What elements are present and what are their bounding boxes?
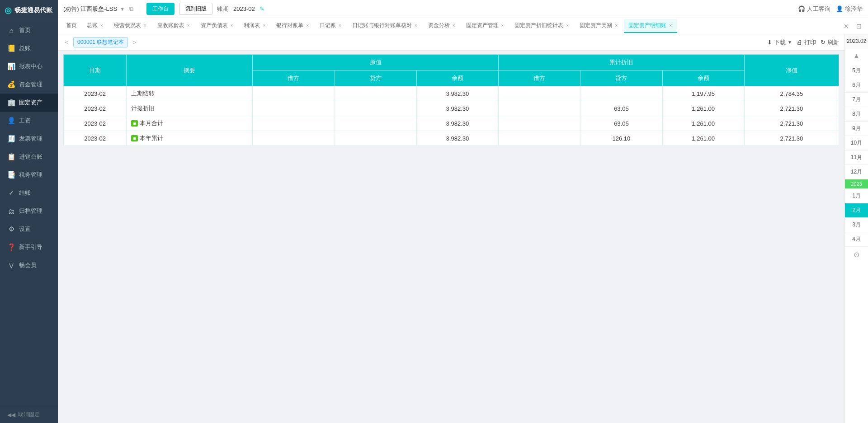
sidebar-item-税务管理[interactable]: 📑税务管理 [0, 166, 58, 184]
download-icon: ⬇ [767, 39, 772, 46]
sidebar-item-报表中心[interactable]: 📊报表中心 [0, 57, 58, 75]
sidebar-icon-13: V [7, 262, 15, 269]
sidebar-icon-4: 🏢 [7, 99, 15, 107]
download-button[interactable]: ⬇ 下载 ▼ [767, 38, 792, 47]
sidebar-item-归档管理[interactable]: 🗂归档管理 [0, 202, 58, 220]
month-item-11[interactable]: 11月 [845, 150, 868, 165]
tab-close-3[interactable]: × [186, 23, 191, 28]
tab-close-13[interactable]: × [668, 23, 673, 28]
scroll-down-icon[interactable]: ⊙ [850, 247, 863, 263]
cell-net-value-1: 2,721.30 [744, 101, 839, 116]
tab-close-1[interactable]: × [99, 23, 104, 28]
sidebar-icon-5: 👤 [7, 117, 15, 125]
human-service[interactable]: 🎧 人工客询 [798, 5, 830, 13]
tab-4[interactable]: 资产负债表× [196, 19, 239, 33]
tab-3[interactable]: 应收账龄表× [153, 19, 195, 33]
maximize-icon[interactable]: ⊡ [854, 21, 864, 32]
tab-close-9[interactable]: × [452, 23, 456, 28]
download-label: 下载 [774, 38, 786, 47]
print-button[interactable]: 🖨 打印 [797, 38, 816, 47]
tab-close-6[interactable]: × [305, 23, 310, 28]
header-orig-credit: 贷方 [335, 70, 416, 86]
cell-orig-credit-2 [335, 116, 416, 131]
month-item-2-active[interactable]: 2月 [845, 203, 868, 218]
user-info[interactable]: 👤 徐泾华 [836, 5, 863, 13]
tab-0[interactable]: 首页 [61, 19, 81, 33]
cell-summary-1: 计提折旧 [127, 101, 253, 116]
scroll-up-icon[interactable]: ▲ [849, 48, 864, 64]
month-item-8[interactable]: 8月 [845, 107, 868, 122]
sidebar-item-总账[interactable]: 📒总账 [0, 39, 58, 57]
copy-icon[interactable]: ⧉ [129, 5, 133, 13]
tab-12[interactable]: 固定资产类别× [575, 19, 623, 33]
month-item-1[interactable]: 1月 [845, 189, 868, 203]
tab-1[interactable]: 总账× [82, 19, 108, 33]
sidebar-label-9: 结账 [19, 189, 31, 197]
sidebar-label-13: 畅会员 [19, 261, 37, 269]
month-item-9[interactable]: 9月 [845, 122, 868, 136]
sidebar-item-首页[interactable]: ⌂首页 [0, 21, 58, 39]
cell-date-0: 2023-02 [64, 86, 127, 101]
tab-10[interactable]: 固定资产管理× [462, 19, 509, 33]
month-item-10[interactable]: 10月 [845, 136, 868, 150]
sidebar-item-固定资产[interactable]: 🏢固定资产 [0, 94, 58, 112]
subnav-back-arrow[interactable]: ＜ [63, 38, 70, 47]
tab-close-11[interactable]: × [565, 23, 570, 28]
sidebar-item-结账[interactable]: ✓结账 [0, 184, 58, 202]
right-panel-year-header: 2023.02 [845, 34, 868, 48]
sidebar-item-工资[interactable]: 👤工资 [0, 112, 58, 130]
tab-6[interactable]: 银行对账单× [272, 19, 314, 33]
period-edit-icon[interactable]: ✎ [259, 5, 264, 12]
company-selector[interactable]: (劝告) 江西服垒-LSS ▼ [63, 5, 125, 13]
tab-7[interactable]: 日记账× [315, 19, 347, 33]
asset-tag[interactable]: 000001 联想笔记本 [73, 37, 128, 47]
tab-9[interactable]: 资金分析× [424, 19, 461, 33]
workbench-button[interactable]: 工作台 [146, 3, 175, 15]
tab-close-12[interactable]: × [614, 23, 618, 28]
subnav-actions: ⬇ 下载 ▼ 🖨 打印 ↻ 刷新 [767, 38, 839, 47]
header-net-value: 净值 [744, 55, 839, 86]
sidebar-pin[interactable]: ◀◀ 取消固定 [0, 406, 58, 423]
sidebar-item-设置[interactable]: ⚙设置 [0, 220, 58, 238]
cell-dep-credit-2: 63.05 [580, 116, 662, 131]
tab-label-1: 总账 [87, 22, 98, 29]
cell-dep-balance-0: 1,197.95 [662, 86, 744, 101]
sidebar-item-资金管理[interactable]: 💰资金管理 [0, 75, 58, 94]
switch-version-button[interactable]: 切到旧版 [179, 3, 212, 15]
month-item-3[interactable]: 3月 [845, 218, 868, 232]
sidebar-item-发票管理[interactable]: 🧾发票管理 [0, 130, 58, 148]
sidebar-nav: ⌂首页📒总账📊报表中心💰资金管理🏢固定资产👤工资🧾发票管理📋进销台账📑税务管理✓… [0, 21, 58, 406]
tab-close-2[interactable]: × [143, 23, 147, 28]
refresh-button[interactable]: ↻ 刷新 [821, 38, 839, 47]
sidebar-item-新手引导[interactable]: ❓新手引导 [0, 238, 58, 256]
tab-close-5[interactable]: × [262, 23, 266, 28]
tab-5[interactable]: 利润表× [239, 19, 271, 33]
cell-dep-debit-0 [499, 86, 580, 101]
tab-label-11: 固定资产折旧统计表 [514, 22, 563, 29]
tab-close-7[interactable]: × [338, 23, 342, 28]
month-item-6[interactable]: 6月 [845, 78, 868, 93]
month-item-12[interactable]: 12月 [845, 165, 868, 179]
tab-13[interactable]: 固定资产明细账× [624, 19, 677, 33]
month-item-5[interactable]: 5月 [845, 64, 868, 78]
tab-2[interactable]: 经营状况表× [109, 19, 152, 33]
month-item-4[interactable]: 4月 [845, 232, 868, 247]
user-name: 徐泾华 [845, 5, 863, 13]
sidebar-item-进销台账[interactable]: 📋进销台账 [0, 148, 58, 166]
sidebar-item-畅会员[interactable]: V畅会员 [0, 256, 58, 274]
cell-net-value-0: 2,784.35 [744, 86, 839, 101]
close-tab-icon[interactable]: ✕ [841, 21, 852, 32]
month-item-7[interactable]: 7月 [845, 93, 868, 107]
tab-close-8[interactable]: × [414, 23, 418, 28]
pin-label: 取消固定 [18, 411, 40, 418]
tab-11[interactable]: 固定资产折旧统计表× [510, 19, 574, 33]
tab-8[interactable]: 日记账与银行对账单核对× [348, 19, 423, 33]
cell-dep-debit-3 [499, 131, 580, 146]
cell-orig-debit-2 [253, 116, 335, 131]
tab-close-10[interactable]: × [500, 23, 505, 28]
subnav-forward-arrow[interactable]: ＞ [132, 38, 138, 47]
tab-close-4[interactable]: × [230, 23, 234, 28]
sidebar-icon-6: 🧾 [7, 135, 15, 143]
print-label: 打印 [804, 38, 816, 47]
subnav: ＜ 000001 联想笔记本 ＞ ⬇ 下载 ▼ 🖨 [58, 34, 844, 51]
